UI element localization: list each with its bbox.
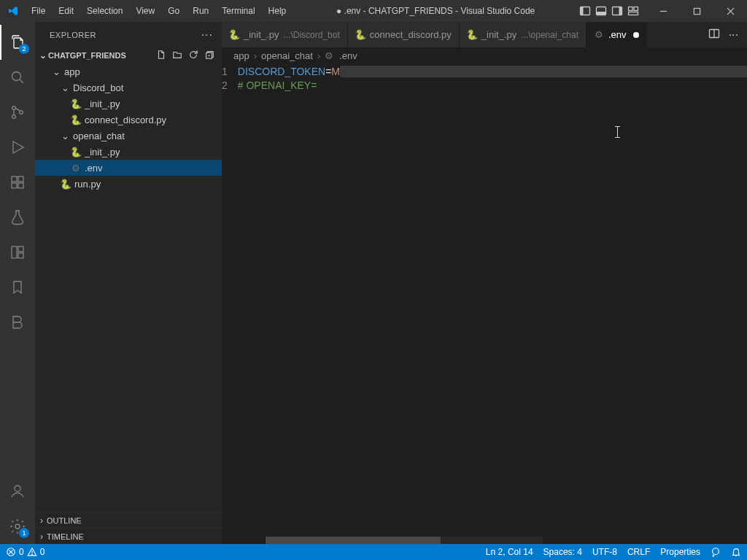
chevron-down-icon: ⌄: [60, 82, 70, 93]
breadcrumb[interactable]: app › openai_chat › ⚙ .env: [222, 47, 747, 63]
file-label: _init_.py: [85, 98, 120, 109]
folder-label: app: [64, 66, 80, 77]
window-controls: [646, 0, 747, 22]
new-file-icon[interactable]: [156, 50, 166, 61]
new-folder-icon[interactable]: [172, 50, 182, 61]
minimize-button[interactable]: [646, 0, 680, 22]
activity-explorer[interactable]: 2: [0, 25, 35, 60]
explorer-project-header[interactable]: ⌄ CHATGPT_FRIENDS: [35, 47, 222, 63]
tab-init-openai[interactable]: 🐍 _init_.py ...\openai_chat: [460, 22, 587, 47]
customize-layout-icon[interactable]: [627, 5, 639, 17]
activity-extensions[interactable]: [0, 165, 35, 200]
file-run[interactable]: 🐍run.py: [35, 176, 222, 192]
file-env[interactable]: ⚙.env: [35, 160, 222, 176]
env-comment: # OPENAI_KEY=: [238, 79, 317, 91]
file-init-discord[interactable]: 🐍_init_.py: [35, 96, 222, 112]
sidebar-more-icon[interactable]: ···: [201, 28, 213, 42]
svg-point-15: [12, 106, 16, 110]
env-val-start: M: [331, 66, 340, 77]
maximize-button[interactable]: [680, 0, 713, 22]
tab-connect-discord[interactable]: 🐍 connect_discord.py: [348, 22, 460, 47]
status-bar: 0 0 Ln 2, Col 14 Spaces: 4 UTF-8 CRLF Pr…: [0, 544, 747, 560]
status-encoding[interactable]: UTF-8: [592, 547, 617, 557]
outline-section[interactable]: ›OUTLINE: [35, 512, 222, 528]
folder-discord-bot[interactable]: ⌄Discord_bot: [35, 79, 222, 96]
status-cursor-pos[interactable]: Ln 2, Col 14: [486, 547, 533, 557]
activity-accounts[interactable]: [0, 474, 35, 509]
close-button[interactable]: [713, 0, 747, 22]
svg-rect-3: [597, 12, 606, 15]
menu-selection[interactable]: Selection: [81, 1, 128, 20]
status-language[interactable]: Properties: [660, 547, 700, 557]
timeline-label: TIMELINE: [47, 532, 84, 541]
warning-count: 0: [40, 547, 45, 557]
gear-icon: ⚙: [325, 50, 335, 61]
svg-rect-24: [18, 246, 23, 252]
file-connect-discord[interactable]: 🐍connect_discord.py: [35, 112, 222, 128]
toggle-primary-sidebar-icon[interactable]: [579, 5, 591, 17]
code-editor[interactable]: 1 2 DISCORD_TOKEN=MXXXXXXXXXXXXXXXXXXXXX…: [222, 63, 747, 544]
python-file-icon: 🐍: [60, 178, 71, 190]
folder-openai-chat[interactable]: ⌄openai_chat: [35, 128, 222, 144]
tab-env[interactable]: ⚙ .env: [587, 22, 647, 47]
settings-badge: 1: [19, 528, 29, 538]
breadcrumb-seg[interactable]: app: [233, 50, 249, 61]
explorer-actions: [156, 50, 222, 61]
error-count: 0: [19, 547, 24, 557]
menu-edit[interactable]: Edit: [53, 1, 80, 20]
tab-label: _init_.py: [244, 29, 279, 40]
horizontal-scrollbar[interactable]: [266, 537, 543, 544]
activity-source-control[interactable]: [0, 95, 35, 130]
menu-terminal[interactable]: Terminal: [216, 1, 260, 20]
timeline-section[interactable]: ›TIMELINE: [35, 528, 222, 544]
tab-init-discord[interactable]: 🐍 _init_.py ...\Discord_bot: [222, 22, 348, 47]
chevron-down-icon: ⌄: [51, 66, 61, 77]
outline-label: OUTLINE: [47, 516, 82, 525]
tab-label: .env: [608, 29, 627, 40]
tab-path: ...\openai_chat: [521, 30, 578, 40]
code-lines[interactable]: DISCORD_TOKEN=MXXXXXXXXXXXXXXXXXXXXXXXXX…: [238, 63, 747, 544]
svg-rect-22: [18, 183, 23, 188]
toggle-panel-icon[interactable]: [595, 5, 607, 17]
status-problems[interactable]: 0 0: [6, 547, 44, 557]
menu-go[interactable]: Go: [162, 1, 185, 20]
activity-ext-1[interactable]: [0, 235, 35, 270]
folder-label: openai_chat: [73, 131, 125, 141]
python-file-icon: 🐍: [70, 114, 82, 125]
status-feedback-icon[interactable]: [711, 547, 721, 557]
line-gutter: 1 2: [222, 63, 238, 544]
status-indent[interactable]: Spaces: 4: [543, 547, 582, 557]
menu-file[interactable]: File: [26, 1, 51, 20]
svg-point-27: [15, 524, 20, 529]
tab-label: _init_.py: [481, 29, 516, 40]
dirty-indicator-icon: [633, 32, 639, 38]
menu-view[interactable]: View: [130, 1, 160, 20]
toggle-secondary-sidebar-icon[interactable]: [611, 5, 623, 17]
activity-ext-b[interactable]: [0, 305, 35, 340]
python-file-icon: 🐍: [70, 98, 82, 109]
breadcrumb-seg[interactable]: openai_chat: [261, 50, 313, 61]
status-eol[interactable]: CRLF: [627, 547, 650, 557]
activity-testing[interactable]: [0, 200, 35, 235]
activity-bookmark[interactable]: [0, 270, 35, 305]
folder-app[interactable]: ⌄app: [35, 63, 222, 79]
menu-run[interactable]: Run: [187, 1, 214, 20]
split-editor-icon[interactable]: [708, 28, 720, 42]
menu-help[interactable]: Help: [263, 1, 293, 20]
status-bell-icon[interactable]: [731, 547, 741, 557]
folder-label: Discord_bot: [73, 82, 123, 93]
breadcrumb-seg[interactable]: .env: [339, 50, 357, 61]
python-file-icon: 🐍: [355, 30, 365, 40]
svg-rect-7: [634, 7, 638, 11]
more-actions-icon[interactable]: ···: [729, 28, 738, 42]
activity-run-debug[interactable]: [0, 130, 35, 165]
scrollbar-thumb[interactable]: [266, 537, 441, 544]
env-key: DISCORD_TOKEN: [238, 66, 325, 77]
collapse-all-icon[interactable]: [204, 50, 214, 61]
refresh-icon[interactable]: [188, 50, 198, 61]
activity-search[interactable]: [0, 60, 35, 95]
file-init-openai[interactable]: 🐍_init_.py: [35, 144, 222, 160]
svg-rect-6: [629, 7, 633, 11]
activity-settings[interactable]: 1: [0, 509, 35, 544]
python-file-icon: 🐍: [229, 30, 239, 40]
